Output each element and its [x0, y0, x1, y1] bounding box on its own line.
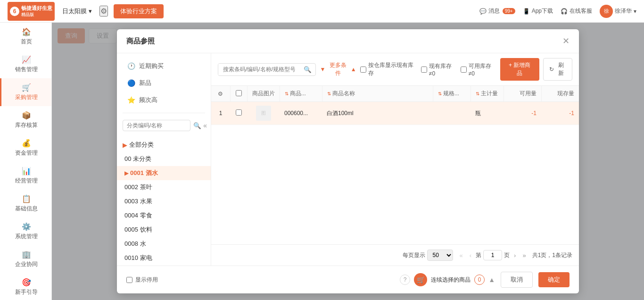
row-code: 000600... [280, 102, 322, 125]
tree-item-snack[interactable]: 0004 零食 [117, 208, 211, 223]
product-image-placeholder: 图 [256, 106, 271, 121]
trial-button[interactable]: 体验行业方案 [114, 4, 164, 18]
tree-item-tea[interactable]: 0002 茶叶 [117, 180, 211, 194]
first-page-button[interactable]: « [457, 251, 465, 260]
avail-not-zero-checkbox[interactable] [461, 67, 467, 73]
modal-header: 商品参照 ✕ [117, 29, 579, 53]
logo-text: 畅捷通好生意 精品版 [21, 5, 52, 18]
sidebar-item-finance[interactable]: 💰 资金管理 [0, 134, 51, 162]
collapse-left-button[interactable]: « [203, 122, 207, 129]
cart-info: ? 🛒 连续选择的商品 0 ▲ [400, 273, 495, 286]
add-product-button[interactable]: + 新增商品 [500, 58, 539, 81]
col-product-name[interactable]: ⇅ 商品名称 [322, 86, 433, 102]
row-num: 1 [211, 102, 230, 125]
checkbox-show-warehouse-stock[interactable]: 按仓库显示现有库存 [360, 61, 417, 77]
tree-item-uncategorized[interactable]: 00 未分类 [117, 152, 211, 166]
sidebar-item-basic-info[interactable]: 📋 基础信息 [0, 190, 51, 217]
sidebar-item-operations[interactable]: 📊 经营管理 [0, 162, 51, 190]
col-spec[interactable]: ⇅ 规格... [433, 86, 471, 102]
sidebar-item-inventory[interactable]: 📦 库存核算 [0, 106, 51, 134]
sidebar-item-home[interactable]: 🏠 首页 [0, 23, 51, 50]
online-service-button[interactable]: 🎧 在线客服 [561, 7, 592, 15]
headset-icon: 🎧 [561, 8, 568, 15]
divider [123, 113, 205, 113]
category-search: 🔍 [123, 117, 201, 134]
page-number-input[interactable] [483, 250, 502, 260]
product-table-wrap: ⚙ 商品图片 ⇅ 商品... [211, 86, 579, 244]
tree-item-liquor[interactable]: ▶ 0001 酒水 [117, 166, 211, 180]
product-search-input[interactable] [218, 64, 300, 75]
row-check[interactable] [230, 102, 247, 125]
cancel-button[interactable]: 取消 [501, 272, 533, 288]
arrow-right-active-icon: ▶ [124, 170, 128, 176]
app-download-button[interactable]: 📱 App下载 [523, 7, 553, 15]
show-warehouse-stock-checkbox[interactable] [360, 67, 366, 73]
select-all-checkbox[interactable] [236, 90, 242, 96]
tree-item-appliance[interactable]: 0010 家电 [117, 251, 211, 265]
chevron-down-icon: ▾ [89, 8, 92, 15]
col-settings[interactable]: ⚙ [211, 86, 230, 102]
sort-icon: ⇅ [438, 91, 442, 96]
total-info: 共1页，1条记录 [532, 251, 572, 259]
logo[interactable]: 6 畅捷通好生意 精品版 [8, 2, 55, 21]
category-search-button[interactable]: 🔍 [193, 122, 201, 129]
tree-item-fruit[interactable]: 0003 水果 [117, 194, 211, 208]
cart-count: 0 [474, 275, 485, 285]
guide-icon: 🎯 [22, 278, 31, 287]
checkbox-avail-not-zero[interactable]: 可用库存≠0 [461, 62, 496, 77]
modal-close-button[interactable]: ✕ [562, 36, 570, 46]
row-name: 白酒100ml [322, 102, 433, 125]
sidebar: 🏠 首页 📈 销售管理 🛒 采购管理 📦 库存核算 💰 资金管理 📊 经营管理 … [0, 23, 52, 300]
col-stock: 现存量 [541, 86, 579, 102]
user-menu[interactable]: 徐 徐泽华 ▾ [600, 5, 636, 18]
modal-body: 🕐 近期购买 🔵 新品 ⭐ 频次高 [117, 53, 579, 266]
page-size-select[interactable]: 50 10 20 100 [427, 250, 453, 261]
sidebar-item-guide[interactable]: 🎯 新手引导 [0, 273, 51, 300]
show-disabled-checkbox[interactable] [126, 277, 132, 283]
confirm-button[interactable]: 确定 [538, 272, 570, 287]
row-stock: -1 [541, 102, 579, 125]
tab-high-frequency[interactable]: ⭐ 频次高 [123, 93, 205, 107]
prev-page-button[interactable]: ‹ [467, 251, 474, 260]
checkbox-stock-not-zero[interactable]: 现有库存≠0 [421, 62, 457, 77]
modal-footer: 显示停用 ? 🛒 连续选择的商品 0 ▲ 取消 确 [117, 266, 579, 293]
next-page-button[interactable]: › [512, 251, 518, 260]
cart-button[interactable]: 🛒 [414, 273, 427, 286]
help-icon[interactable]: ? [400, 275, 410, 285]
category-search-input[interactable] [123, 120, 190, 131]
collapse-cart-button[interactable]: ▲ [488, 276, 495, 283]
product-search-box: 🔍 [218, 63, 316, 76]
settings-button[interactable]: ⚙ [99, 6, 108, 17]
modal-toolbar: 🔍 ▼ 更多条件 ▲ 按仓库显示现有库存 [211, 53, 579, 86]
tree-item-all[interactable]: ▶ 全部分类 [117, 138, 211, 152]
product-search-button[interactable]: 🔍 [300, 64, 315, 75]
modal-overlay: 商品参照 ✕ 🕐 近期购买 🔵 [52, 23, 644, 300]
last-page-button[interactable]: » [520, 251, 528, 260]
tab-new-product[interactable]: 🔵 新品 [123, 76, 205, 90]
finance-icon: 💰 [22, 139, 31, 148]
navbar-right: 💬 消息 99+ 📱 App下载 🎧 在线客服 徐 徐泽华 ▾ [479, 5, 636, 18]
stock-not-zero-checkbox[interactable] [421, 67, 427, 73]
show-disabled-label[interactable]: 显示停用 [126, 276, 158, 284]
modal-right-panel: 🔍 ▼ 更多条件 ▲ 按仓库显示现有库存 [211, 53, 579, 266]
tab-recent-purchase[interactable]: 🕐 近期购买 [123, 59, 205, 73]
high-freq-icon: ⭐ [127, 96, 135, 104]
modal-left-panel: 🕐 近期购买 🔵 新品 ⭐ 频次高 [117, 53, 211, 266]
tree-item-beverage[interactable]: 0005 饮料 [117, 223, 211, 237]
chevron-up-icon: ▲ [351, 66, 356, 73]
tree-item-water[interactable]: 0008 水 [117, 237, 211, 251]
sidebar-item-sales[interactable]: 📈 销售管理 [0, 50, 51, 78]
sidebar-item-enterprise[interactable]: 🏢 企业协同 [0, 245, 51, 273]
col-product-code[interactable]: ⇅ 商品... [280, 86, 322, 102]
table-row[interactable]: 1 图 000600... 白酒100ml 瓶 [211, 102, 579, 125]
sidebar-item-system[interactable]: ⚙️ 系统管理 [0, 217, 51, 245]
sidebar-item-purchase[interactable]: 🛒 采购管理 [0, 78, 51, 106]
messages-button[interactable]: 💬 消息 99+ [479, 7, 515, 15]
store-selector[interactable]: 日太阳膜 ▾ [62, 7, 94, 16]
col-unit[interactable]: ⇅ 主计量 [471, 86, 504, 102]
basic-info-icon: 📋 [22, 194, 31, 203]
refresh-button[interactable]: ↻ 刷新 [543, 58, 572, 81]
row-checkbox[interactable] [236, 109, 242, 116]
navbar: 6 畅捷通好生意 精品版 日太阳膜 ▾ ⚙ 体验行业方案 💬 消息 99+ 📱 … [0, 0, 644, 23]
more-filter-button[interactable]: ▼ 更多条件 ▲ [320, 61, 356, 77]
